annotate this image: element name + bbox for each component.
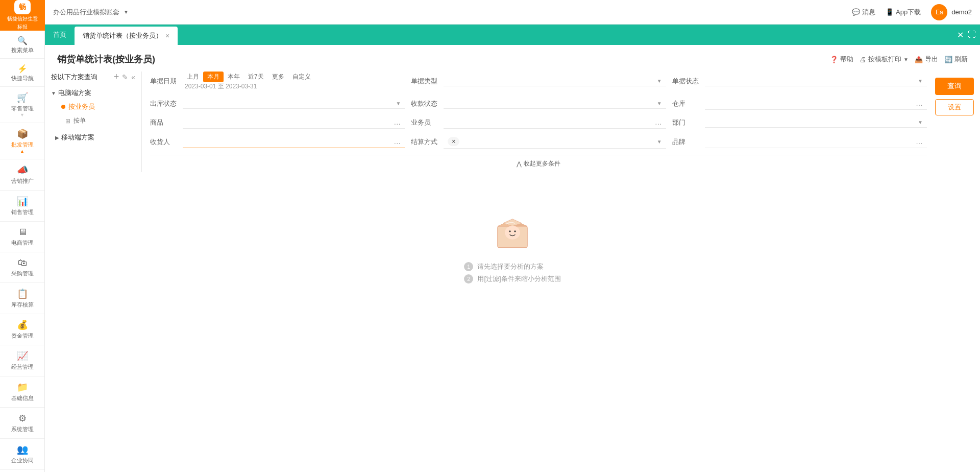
settlement-tag-x[interactable]: × <box>452 138 455 145</box>
scheme-panel-header: 按以下方案查询 + ✎ « <box>51 72 135 82</box>
tip-text-1: 请先选择要分析的方案 <box>477 262 544 271</box>
scheme-item-order[interactable]: ⊞ 按单 <box>51 114 135 128</box>
sidebar-search[interactable]: 🔍 搜索菜单 <box>0 31 44 59</box>
sidebar-item-marketing[interactable]: 📣 营销推广 <box>0 159 44 191</box>
scheme-group-desktop-header[interactable]: ▼ 电脑端方案 <box>51 86 135 100</box>
header-actions: 💬 消息 📱 App下载 Ea demo2 <box>852 4 972 20</box>
out-status-select[interactable]: ▼ <box>183 99 405 109</box>
sidebar-item-operation[interactable]: 📈 经营管理 <box>0 345 44 376</box>
scheme-group-desktop-label: 电脑端方案 <box>58 88 91 98</box>
empty-tip-1: 1 请先选择要分析的方案 <box>464 262 560 271</box>
date-selector: 上月 本月 本年 近7天 更多 自定义 2023-03-01 至 2023-03… <box>183 72 405 91</box>
scheme-item-salesperson[interactable]: 按业务员 <box>51 100 135 114</box>
scheme-collapse-icon[interactable]: « <box>131 73 135 81</box>
goods-select[interactable]: … <box>183 116 405 129</box>
filter-receive-status: 收款状态 ▼ <box>411 99 666 109</box>
sidebar-item-basic[interactable]: 📁 基础信息 <box>0 376 44 408</box>
wholesale-expand-icon: ▲ <box>20 149 24 154</box>
order-status-select[interactable]: ▼ <box>705 76 927 86</box>
goods-dots-icon[interactable]: … <box>394 118 401 126</box>
print-button[interactable]: 🖨 按模板打印 ▼ <box>860 55 909 64</box>
receiver-input[interactable]: … <box>183 135 405 148</box>
print-arrow-icon: ▼ <box>903 57 909 62</box>
close-window-icon[interactable]: ✕ <box>957 30 964 40</box>
out-status-label: 出库状态 <box>150 99 179 108</box>
sidebar-item-newbie[interactable]: 🎯 新手引导 <box>0 470 44 472</box>
date-opt-thismonth[interactable]: 本月 <box>203 72 224 82</box>
export-button[interactable]: 📤 导出 <box>915 55 938 64</box>
top-header: 办公用品行业模拟账套 ▼ 💬 消息 📱 App下载 Ea demo2 <box>45 0 980 25</box>
message-action[interactable]: 💬 消息 <box>852 8 875 17</box>
warehouse-dots-icon[interactable]: … <box>916 99 923 107</box>
tab-active[interactable]: 销货单统计表（按业务员） × <box>75 27 178 45</box>
scheme-add-icon[interactable]: + <box>114 72 119 82</box>
receiver-dots-icon[interactable]: … <box>394 137 401 146</box>
finance-icon: 💰 <box>17 319 28 331</box>
goods-label: 商品 <box>150 118 179 127</box>
order-type-select[interactable]: ▼ <box>444 76 666 86</box>
tab-home[interactable]: 首页 <box>45 25 75 45</box>
setting-button[interactable]: 设置 <box>935 99 974 115</box>
salesperson-dots-icon[interactable]: … <box>655 118 662 126</box>
filter-order-status: 单据状态 ▼ <box>672 76 927 86</box>
date-opt-more[interactable]: 更多 <box>268 72 288 82</box>
settlement-tag[interactable]: × <box>448 137 459 146</box>
app-download-action[interactable]: 📱 App下载 <box>886 8 921 17</box>
scheme-group-mobile-header[interactable]: ▶ 移动端方案 <box>51 131 135 144</box>
date-opt-custom[interactable]: 自定义 <box>288 72 315 82</box>
sidebar-item-wholesale[interactable]: 📦 批发管理 ▲ <box>0 123 44 159</box>
sidebar-item-finance[interactable]: 💰 资金管理 <box>0 314 44 345</box>
sidebar-item-purchase[interactable]: 🛍 采购管理 <box>0 252 44 283</box>
receive-status-select[interactable]: ▼ <box>444 99 666 109</box>
brand-select[interactable]: … <box>705 135 927 148</box>
salesperson-select[interactable]: … <box>444 116 666 129</box>
date-opt-thisyear[interactable]: 本年 <box>224 72 244 82</box>
logo[interactable]: 畅 畅捷信好生意 标报 <box>0 0 45 31</box>
empty-icon <box>487 203 538 254</box>
sidebar-item-enterprise[interactable]: 👥 企业协同 <box>0 439 44 470</box>
department-select[interactable]: ▼ <box>705 117 927 128</box>
filter-brand: 品牌 … <box>672 135 927 148</box>
scheme-group-desktop: ▼ 电脑端方案 按业务员 ⊞ 按单 <box>51 86 135 128</box>
receive-status-arrow: ▼ <box>657 101 662 106</box>
tab-close-icon[interactable]: × <box>165 32 169 40</box>
settlement-arrow: ▼ <box>657 139 662 145</box>
scheme-item-order-label: 按单 <box>74 116 86 125</box>
query-button[interactable]: 查询 <box>935 78 974 95</box>
date-opt-lastmonth[interactable]: 上月 <box>183 72 203 82</box>
brand-label: 品牌 <box>672 137 701 147</box>
date-opt-7days[interactable]: 近7天 <box>244 72 268 82</box>
sidebar-item-inventory[interactable]: 📋 库存核算 <box>0 283 44 314</box>
sidebar-item-sales[interactable]: 📊 销售管理 <box>0 191 44 222</box>
user-profile[interactable]: Ea demo2 <box>931 4 972 20</box>
filter-receiver: 收货人 … <box>150 135 405 148</box>
help-button[interactable]: ❓ 帮助 <box>830 55 853 64</box>
brand-dots-icon[interactable]: … <box>916 137 923 146</box>
mobile-arrow-icon: ▶ <box>55 135 59 140</box>
sidebar-quick-label: 快捷导航 <box>11 75 34 82</box>
warehouse-select[interactable]: … <box>705 97 927 110</box>
filter-settlement: 结算方式 × ▼ <box>411 135 666 149</box>
logo-icon: 畅 <box>14 0 31 14</box>
sidebar-item-retail[interactable]: 🛒 零售管理 ▼ <box>0 87 44 123</box>
filter-salesperson: 业务员 … <box>411 116 666 129</box>
help-icon: ❓ <box>830 56 838 63</box>
grid-icon: ⊞ <box>65 117 70 125</box>
svg-point-6 <box>514 230 516 232</box>
breadcrumb[interactable]: 办公用品行业模拟账套 ▼ <box>53 8 129 17</box>
warehouse-label: 仓库 <box>672 99 701 108</box>
scheme-edit-icon[interactable]: ✎ <box>122 73 128 81</box>
filter-warehouse: 仓库 … <box>672 97 927 110</box>
scheme-panel-actions: + ✎ « <box>114 72 135 82</box>
sidebar-quick-nav[interactable]: ⚡ 快捷导航 <box>0 59 44 87</box>
settlement-select[interactable]: × ▼ <box>444 135 666 149</box>
inventory-icon: 📋 <box>17 288 28 299</box>
collapse-arrow-icon: ⋀ <box>517 160 522 168</box>
sidebar-item-ecom[interactable]: 🖥 电商管理 <box>0 222 44 252</box>
active-dot <box>61 105 65 109</box>
logo-subtitle: 标报 <box>17 23 28 31</box>
collapse-button[interactable]: ⋀ 收起更多条件 <box>517 159 560 168</box>
sidebar-item-system[interactable]: ⚙ 系统管理 <box>0 408 44 439</box>
maximize-window-icon[interactable]: ⛶ <box>968 30 976 40</box>
refresh-button[interactable]: 🔄 刷新 <box>944 55 968 64</box>
